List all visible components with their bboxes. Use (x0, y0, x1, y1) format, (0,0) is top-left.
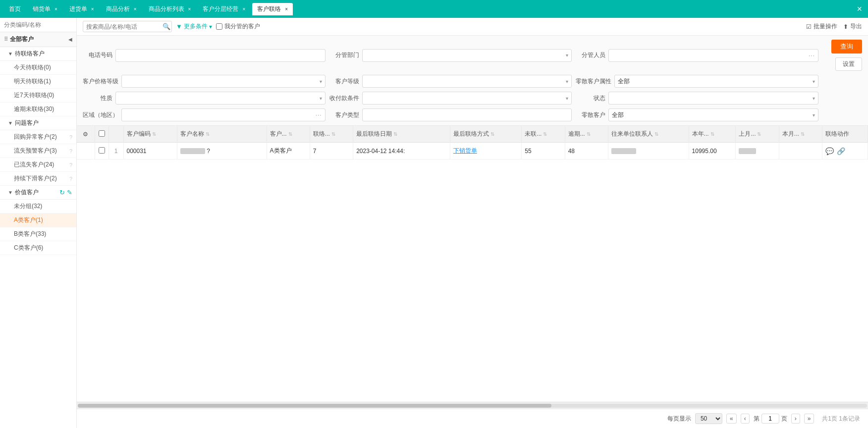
close-product-list-icon[interactable]: × (188, 6, 191, 12)
th-last-date[interactable]: 最后联络日期⇅ (353, 126, 450, 143)
close-contact-icon[interactable]: × (285, 6, 288, 12)
my-customers-checkbox[interactable] (216, 23, 222, 30)
customer-type-input[interactable] (362, 108, 572, 121)
table-settings-icon[interactable]: ⚙ (83, 131, 88, 138)
person-select[interactable]: ··· (608, 49, 818, 62)
horizontal-scrollbar[interactable] (77, 402, 868, 409)
nav-sales[interactable]: 销货单 × (28, 3, 62, 15)
nav-product-analysis[interactable]: 商品分析 × (101, 3, 142, 15)
nav-customer-contact[interactable]: 客户联络 × (252, 3, 293, 15)
select-all-checkbox[interactable] (99, 130, 105, 137)
sidebar-item-class-a[interactable]: A类客户(1) (0, 214, 76, 227)
td-checkbox[interactable] (95, 143, 108, 160)
sort-method-icon[interactable]: ⇅ (490, 131, 494, 137)
close-product-analysis-icon[interactable]: × (134, 6, 137, 12)
sidebar-all-customers[interactable]: ⠿ 全部客户 ◀ (0, 32, 76, 47)
sidebar-item-overdue[interactable]: 逾期未联络(30) (0, 103, 76, 116)
sidebar-item-tomorrow[interactable]: 明天待联络(1) (0, 75, 76, 89)
sidebar-item-7days[interactable]: 近7天待联络(0) (0, 89, 76, 103)
close-segment-icon[interactable]: × (242, 6, 245, 12)
edit-group-icon[interactable]: ✎ (67, 189, 72, 196)
prev-page-button[interactable]: ‹ (741, 414, 750, 424)
sort-year-icon[interactable]: ⇅ (710, 131, 714, 137)
nav-customer-segment[interactable]: 客户分层经营 × (198, 3, 250, 15)
sidebar-item-declining[interactable]: 持续下滑客户(2) ? (0, 172, 76, 186)
customer-grade-select[interactable]: ▾ (362, 75, 572, 88)
th-name[interactable]: 客户名称⇅ (177, 126, 267, 143)
next-page-button[interactable]: › (791, 414, 800, 424)
page-number-input[interactable] (761, 414, 779, 424)
close-purchase-icon[interactable]: × (91, 6, 94, 12)
sidebar-item-repurchase-abnormal[interactable]: 回购异常客户(2) ? (0, 130, 76, 144)
sort-no-contact-icon[interactable]: ⇅ (543, 131, 547, 137)
sort-contact-icon[interactable]: ⇅ (331, 131, 335, 137)
sidebar-item-churn-warning[interactable]: 流失预警客户(3) ? (0, 144, 76, 158)
payment-select[interactable]: ▾ (362, 92, 572, 105)
scroll-track[interactable] (78, 404, 867, 408)
nature-select[interactable]: ▾ (115, 92, 326, 105)
sidebar-item-ungrouped[interactable]: 未分组(32) (0, 200, 76, 214)
my-customers-checkbox-area[interactable]: 我分管的客户 (216, 22, 260, 31)
more-filters-button[interactable]: ▼ 更多条件 ▾ (176, 22, 212, 31)
sidebar-search-input[interactable] (4, 21, 77, 28)
sort-code-icon[interactable]: ⇅ (152, 131, 156, 137)
link-action-icon[interactable]: 🔗 (837, 147, 845, 155)
th-last-month[interactable]: 上月...⇅ (736, 126, 779, 143)
sort-unit-icon[interactable]: ⇅ (654, 131, 658, 137)
th-type[interactable]: 客户...⇅ (267, 126, 310, 143)
nav-home[interactable]: 首页 (4, 3, 26, 15)
sort-overdue-icon[interactable]: ⇅ (587, 131, 591, 137)
th-this-month[interactable]: 本月...⇅ (779, 126, 822, 143)
sidebar-item-class-b[interactable]: B类客户(33) (0, 227, 76, 241)
th-overdue[interactable]: 逾期...⇅ (565, 126, 608, 143)
sidebar-item-churned[interactable]: 已流失客户(24) ? (0, 158, 76, 172)
scroll-thumb[interactable] (78, 404, 551, 408)
settings-button[interactable]: 设置 (835, 57, 862, 71)
toolbar-search-icon[interactable]: 🔍 (163, 23, 170, 30)
nav-product-analysis-list[interactable]: 商品分析列表 × (144, 3, 196, 15)
help-icon-2[interactable]: ? (69, 148, 72, 154)
sidebar-group-pending[interactable]: ▼ 待联络客户 (0, 47, 76, 61)
sidebar-group-value[interactable]: ▼ 价值客户 ↻ ✎ (0, 186, 76, 200)
refresh-icon[interactable]: ↻ (59, 189, 65, 196)
sort-type-icon[interactable]: ⇅ (288, 131, 292, 137)
sort-lm-icon[interactable]: ⇅ (757, 131, 761, 137)
export-button[interactable]: ⬆ 导出 (843, 22, 862, 31)
th-this-year[interactable]: 本年...⇅ (689, 126, 736, 143)
th-gear[interactable]: ⚙ (77, 126, 95, 143)
sort-tm-icon[interactable]: ⇅ (801, 131, 805, 137)
th-no-contact[interactable]: 未联...⇅ (522, 126, 565, 143)
price-grade-select[interactable]: ▾ (121, 75, 326, 88)
batch-operation-button[interactable]: ☑ 批量操作 (806, 22, 837, 31)
th-code[interactable]: 客户编码⇅ (123, 126, 177, 143)
sidebar-group-problem[interactable]: ▼ 问题客户 (0, 116, 76, 130)
per-page-select[interactable]: 50 100 200 (695, 413, 722, 424)
retail-attr-select[interactable]: 全部▾ (614, 75, 818, 88)
query-button[interactable]: 查询 (831, 40, 862, 54)
row-checkbox[interactable] (99, 147, 105, 154)
sort-date-icon[interactable]: ⇅ (393, 131, 397, 137)
contact-action-icon[interactable]: 💬 (825, 147, 834, 155)
retail-select[interactable]: 全部▾ (608, 108, 818, 121)
sort-name-icon[interactable]: ⇅ (206, 131, 210, 137)
help-icon-4[interactable]: ? (69, 176, 72, 182)
help-icon-3[interactable]: ? (69, 162, 72, 168)
sidebar-item-class-c[interactable]: C类客户(6) (0, 241, 76, 255)
toolbar-search-input[interactable] (86, 23, 161, 30)
last-page-button[interactable]: » (804, 414, 814, 424)
status-select[interactable]: ▾ (608, 92, 818, 105)
first-page-button[interactable]: « (726, 414, 737, 424)
nav-purchase[interactable]: 进货单 × (64, 3, 99, 15)
close-sales-icon[interactable]: × (54, 6, 57, 12)
region-select[interactable]: ··· (121, 108, 326, 121)
close-all-tabs-button[interactable]: × (855, 2, 864, 16)
th-last-method[interactable]: 最后联络方式⇅ (450, 126, 522, 143)
th-unit-contact[interactable]: 往来单位联系人⇅ (608, 126, 689, 143)
help-icon-1[interactable]: ? (69, 134, 72, 140)
sidebar-item-today[interactable]: 今天待联络(0) (0, 61, 76, 75)
dept-select[interactable]: ▾ (362, 49, 572, 62)
th-checkbox[interactable] (95, 126, 108, 143)
th-contact[interactable]: 联络...⇅ (310, 126, 353, 143)
phone-input[interactable] (115, 49, 326, 62)
td-last-method[interactable]: 下销货单 (450, 143, 522, 160)
